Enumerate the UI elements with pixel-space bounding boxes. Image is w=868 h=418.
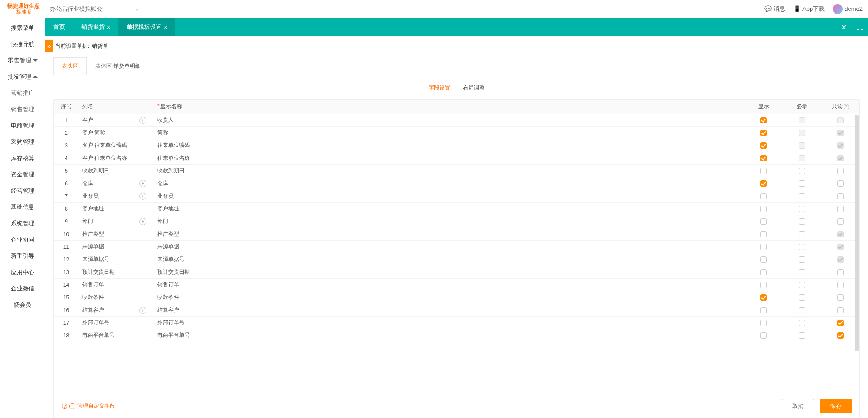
sidebar-item[interactable]: 电商管理 (0, 118, 45, 134)
tab-header-area[interactable]: 表头区 (53, 57, 87, 75)
scrollbar[interactable] (855, 115, 859, 393)
sidebar-item[interactable]: 零售管理 (0, 52, 45, 69)
cell-display[interactable]: 收货人 (151, 116, 744, 124)
plus-icon[interactable]: + (139, 218, 146, 225)
cell-display[interactable]: 销售订单 (151, 281, 744, 289)
close-icon[interactable]: × (107, 24, 110, 30)
checkbox[interactable] (760, 155, 767, 162)
checkbox[interactable] (799, 218, 805, 225)
checkbox[interactable] (760, 206, 767, 212)
checkbox[interactable] (799, 180, 805, 187)
checkbox[interactable] (799, 320, 805, 326)
cell-display[interactable]: 收款条件 (151, 294, 744, 301)
plus-icon[interactable]: + (139, 117, 146, 124)
sidebar-subitem[interactable]: 营销推广 (0, 85, 45, 101)
checkbox[interactable] (760, 180, 767, 187)
sidebar-item[interactable]: 搜索菜单 (0, 20, 45, 36)
checkbox[interactable] (837, 294, 844, 301)
sidebar-item[interactable]: 新手引导 (0, 248, 45, 264)
cell-display[interactable]: 仓库 (151, 180, 744, 187)
messages-link[interactable]: 💬 消息 (764, 5, 785, 13)
cell-display[interactable]: 外部订单号 (151, 319, 744, 327)
checkbox[interactable] (760, 244, 767, 250)
cell-display[interactable]: 推广类型 (151, 230, 744, 238)
checkbox[interactable] (837, 180, 844, 187)
plus-icon[interactable]: + (139, 307, 146, 314)
cell-display[interactable]: 来源单据号 (151, 256, 744, 263)
checkbox[interactable] (760, 269, 767, 276)
checkbox[interactable] (799, 256, 805, 263)
cell-display[interactable]: 预计交货日期 (151, 268, 744, 276)
checkbox[interactable] (799, 231, 805, 238)
sidebar-subitem[interactable]: 销售管理 (0, 101, 45, 118)
sidebar-item[interactable]: 基础信息 (0, 199, 45, 215)
checkbox[interactable] (760, 193, 767, 200)
sidebar-item[interactable]: 应用中心 (0, 264, 45, 280)
checkbox[interactable] (799, 294, 805, 301)
sidebar-item[interactable]: 快捷导航 (0, 36, 45, 52)
cell-display[interactable]: 部门 (151, 218, 744, 225)
cell-display[interactable]: 业务员 (151, 192, 744, 200)
checkbox[interactable] (760, 231, 767, 238)
user-menu[interactable]: demo2 (833, 4, 863, 14)
collapse-icon[interactable]: » (45, 40, 53, 52)
fullscreen-icon[interactable]: ⛶ (852, 18, 868, 36)
checkbox[interactable] (837, 269, 844, 276)
sidebar-item[interactable]: 采购管理 (0, 134, 45, 150)
checkbox[interactable] (799, 193, 805, 200)
checkbox[interactable] (837, 282, 844, 288)
checkbox[interactable] (837, 320, 844, 326)
cell-display[interactable]: 往来单位名称 (151, 154, 744, 162)
tab-home[interactable]: 首页 (45, 18, 73, 36)
checkbox[interactable] (760, 142, 767, 149)
help-icon[interactable]: ? (844, 104, 849, 109)
checkbox[interactable] (837, 332, 844, 339)
checkbox[interactable] (760, 130, 767, 136)
checkbox[interactable] (799, 332, 805, 339)
checkbox[interactable] (837, 218, 844, 225)
checkbox[interactable] (799, 269, 805, 276)
sidebar-item[interactable]: 企业微信 (0, 280, 45, 297)
close-all-icon[interactable]: ✕ (835, 18, 852, 36)
tab-layout-adjust[interactable]: 布局调整 (457, 81, 491, 95)
checkbox[interactable] (760, 218, 767, 225)
tab-body-area[interactable]: 表体区-销货单明细 (87, 57, 149, 75)
sidebar-item[interactable]: 批发管理 (0, 69, 45, 85)
checkbox[interactable] (799, 244, 805, 250)
sidebar-item[interactable]: 企业协同 (0, 232, 45, 248)
tab-sales-return[interactable]: 销货退货× (73, 18, 118, 36)
cell-display[interactable]: 简称 (151, 129, 744, 137)
sidebar-item[interactable]: 资金管理 (0, 166, 45, 183)
sidebar-item[interactable]: 经营管理 (0, 183, 45, 199)
checkbox[interactable] (837, 307, 844, 314)
close-icon[interactable]: × (164, 24, 167, 30)
plus-icon[interactable]: + (139, 180, 146, 187)
org-selector[interactable]: 办公品行业模拟账套 ⌄ (50, 5, 139, 13)
tab-template-settings[interactable]: 单据模板设置× (118, 18, 175, 36)
checkbox[interactable] (760, 282, 767, 288)
manage-custom-fields-link[interactable]: ? 管理自定义字段 (61, 402, 115, 410)
checkbox[interactable] (837, 168, 844, 174)
checkbox[interactable] (760, 307, 767, 314)
checkbox[interactable] (760, 320, 767, 326)
sidebar-item[interactable]: 系统管理 (0, 215, 45, 232)
cell-display[interactable]: 来源单据 (151, 243, 744, 251)
checkbox[interactable] (837, 206, 844, 212)
checkbox[interactable] (799, 307, 805, 314)
checkbox[interactable] (760, 294, 767, 301)
cell-display[interactable]: 客户地址 (151, 205, 744, 213)
checkbox[interactable] (760, 256, 767, 263)
checkbox[interactable] (760, 332, 767, 339)
cell-display[interactable]: 收款到期日 (151, 167, 744, 175)
checkbox[interactable] (837, 193, 844, 200)
cancel-button[interactable]: 取消 (782, 399, 814, 413)
checkbox[interactable] (760, 168, 767, 174)
cell-display[interactable]: 结算客户 (151, 306, 744, 314)
checkbox[interactable] (799, 206, 805, 212)
app-download-link[interactable]: 📱 App下载 (793, 5, 825, 13)
cell-display[interactable]: 电商平台单号 (151, 332, 744, 339)
cell-display[interactable]: 往来单位编码 (151, 142, 744, 149)
save-button[interactable]: 保存 (820, 399, 852, 413)
sidebar-item[interactable]: 畅会员 (0, 297, 45, 313)
plus-icon[interactable]: + (139, 193, 146, 200)
